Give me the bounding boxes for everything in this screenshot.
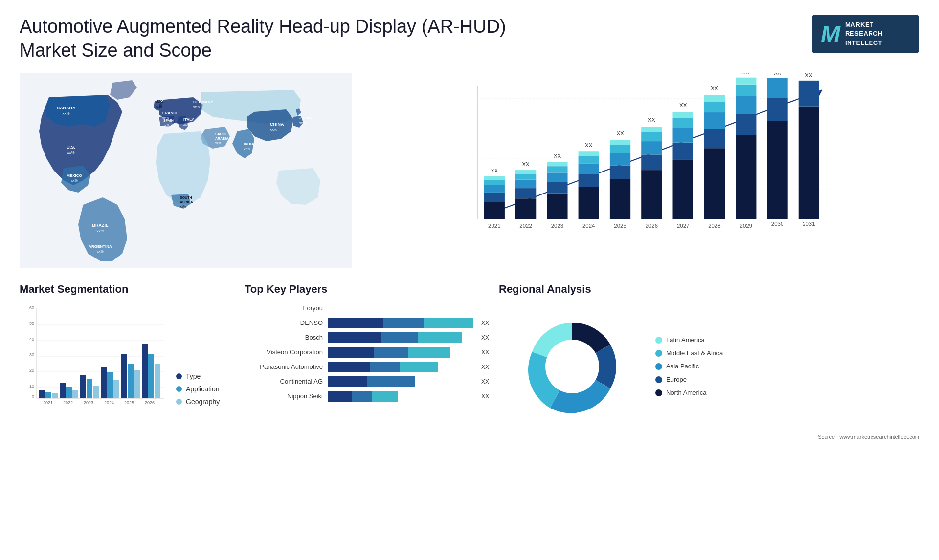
player-row-denso: DENSO XX <box>245 318 489 328</box>
svg-text:CHINA: CHINA <box>270 122 284 127</box>
svg-text:2023: 2023 <box>551 223 563 229</box>
svg-rect-144 <box>128 364 134 398</box>
svg-text:xx%: xx% <box>183 123 190 126</box>
regional-dot-mea <box>655 350 662 357</box>
svg-rect-64 <box>579 164 599 174</box>
svg-text:10: 10 <box>29 384 34 388</box>
player-bar-container <box>328 303 489 314</box>
svg-text:2024: 2024 <box>104 400 114 405</box>
svg-rect-84 <box>673 142 693 159</box>
player-bar-container-continental <box>328 376 473 387</box>
player-bar-container-bosch <box>328 332 473 343</box>
svg-rect-109 <box>799 81 819 107</box>
svg-rect-51 <box>515 174 536 179</box>
player-xx-denso: XX <box>481 318 489 328</box>
title-block: Automotive Augmented Reality Head-up Dis… <box>20 15 506 63</box>
svg-rect-140 <box>107 372 113 398</box>
svg-text:CANADA: CANADA <box>57 106 76 110</box>
svg-text:xx%: xx% <box>244 147 250 151</box>
donut-container: Latin America Middle East & Africa Asia … <box>499 303 919 430</box>
svg-text:2025: 2025 <box>614 223 626 229</box>
svg-rect-137 <box>93 386 99 398</box>
svg-rect-58 <box>547 166 567 172</box>
svg-text:xx%: xx% <box>193 105 200 108</box>
svg-text:20: 20 <box>29 368 34 373</box>
regional-label-mea: Middle East & Africa <box>666 349 723 357</box>
svg-rect-105 <box>767 98 787 121</box>
svg-rect-147 <box>142 344 148 398</box>
source-text: Source : www.marketresearchintellect.com <box>499 434 919 440</box>
growth-chart-section: XX 2021 XX 2022 XX 2023 <box>372 68 919 273</box>
svg-text:XX: XX <box>648 117 656 123</box>
svg-text:JAPAN: JAPAN <box>299 116 313 120</box>
svg-text:AFRICA: AFRICA <box>180 200 193 204</box>
player-name-nippon: Nippon Seiki <box>245 392 323 400</box>
svg-text:2026: 2026 <box>646 223 658 229</box>
svg-text:2024: 2024 <box>582 223 595 229</box>
svg-rect-90 <box>704 148 725 219</box>
svg-text:ARABIA: ARABIA <box>215 137 228 140</box>
player-row-visteon: Visteon Corporation XX <box>245 347 489 358</box>
svg-rect-99 <box>736 96 756 114</box>
svg-text:FRANCE: FRANCE <box>162 111 179 115</box>
player-row-foryou: Foryou <box>245 303 489 314</box>
svg-rect-101 <box>736 77 756 84</box>
world-map-section: CANADA xx% U.S. xx% MEXICO xx% BRAZIL xx… <box>20 68 352 273</box>
top-row: CANADA xx% U.S. xx% MEXICO xx% BRAZIL xx… <box>20 68 919 273</box>
legend-type-label: Type <box>186 372 201 380</box>
player-xx-bosch: XX <box>481 332 489 343</box>
svg-rect-55 <box>547 193 567 219</box>
svg-rect-62 <box>579 187 599 219</box>
svg-text:xx%: xx% <box>156 105 162 108</box>
svg-rect-131 <box>60 383 66 398</box>
svg-rect-86 <box>673 118 693 128</box>
svg-rect-79 <box>641 132 662 141</box>
svg-text:U.S.: U.S. <box>67 145 75 150</box>
regional-dot-latin <box>655 337 662 344</box>
svg-rect-42 <box>484 193 505 202</box>
svg-rect-57 <box>547 172 567 182</box>
svg-rect-98 <box>736 114 756 135</box>
svg-text:SPAIN: SPAIN <box>163 119 174 122</box>
svg-rect-135 <box>80 375 86 398</box>
svg-rect-65 <box>579 156 599 164</box>
svg-text:XX: XX <box>616 130 624 136</box>
svg-rect-129 <box>52 393 58 398</box>
svg-rect-80 <box>641 127 662 132</box>
legend-geography-dot <box>176 399 182 405</box>
donut-chart-svg <box>499 303 646 430</box>
svg-text:0: 0 <box>32 394 34 399</box>
regional-legend-apac: Asia Pacific <box>655 363 723 370</box>
svg-text:XX: XX <box>554 153 561 159</box>
svg-rect-72 <box>610 145 630 153</box>
header: Automotive Augmented Reality Head-up Dis… <box>0 0 939 68</box>
svg-text:SAUDI: SAUDI <box>215 132 226 136</box>
svg-text:xx%: xx% <box>97 250 103 253</box>
player-name-bosch: Bosch <box>245 334 323 341</box>
svg-text:xx%: xx% <box>270 128 277 132</box>
legend-type-dot <box>176 373 182 379</box>
svg-rect-148 <box>148 354 154 398</box>
svg-rect-66 <box>579 151 599 156</box>
regional-label-na: North America <box>666 389 706 396</box>
svg-text:INDIA: INDIA <box>244 142 254 146</box>
svg-rect-69 <box>610 179 630 219</box>
svg-text:XX: XX <box>805 73 813 78</box>
world-map-svg: CANADA xx% U.S. xx% MEXICO xx% BRAZIL xx… <box>20 68 352 273</box>
player-xx-visteon: XX <box>481 347 489 358</box>
regional-legend-europe: Europe <box>655 376 723 383</box>
player-xx-nippon: XX <box>481 391 489 402</box>
player-name-foryou: Foryou <box>245 304 323 312</box>
svg-rect-78 <box>641 141 662 154</box>
svg-point-151 <box>545 340 599 393</box>
svg-rect-139 <box>101 367 107 398</box>
player-bar-container-denso <box>328 318 473 328</box>
player-name-visteon: Visteon Corporation <box>245 348 323 356</box>
svg-text:BRAZIL: BRAZIL <box>92 223 109 228</box>
svg-rect-94 <box>704 95 725 102</box>
svg-text:GERMANY: GERMANY <box>193 100 214 104</box>
svg-rect-63 <box>579 174 599 187</box>
svg-rect-76 <box>641 170 662 219</box>
legend-type: Type <box>176 372 220 380</box>
player-xx-continental: XX <box>481 376 489 387</box>
